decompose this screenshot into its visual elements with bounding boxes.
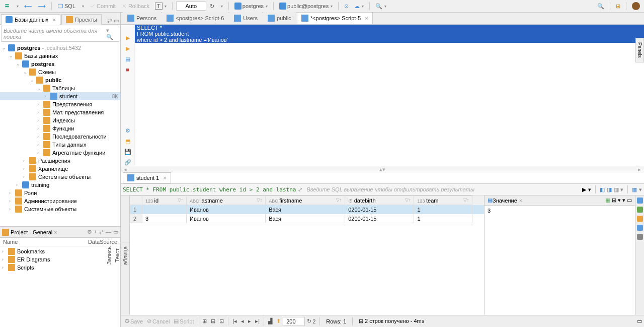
- panel-a-icon[interactable]: ◧: [600, 186, 605, 193]
- apply-filter-icon[interactable]: ▶: [582, 186, 586, 193]
- tree-mat-views[interactable]: ›Мат. представления: [0, 108, 120, 116]
- proj-bookmarks[interactable]: ›Bookmarks: [0, 247, 120, 255]
- panel-e-icon[interactable]: ▾: [639, 186, 642, 193]
- vp-tool-a[interactable]: ▦: [605, 197, 610, 204]
- tree-connection[interactable]: ⌄postgres - localhost:5432: [0, 44, 120, 52]
- tree-storage[interactable]: ›Хранилище: [0, 165, 120, 173]
- panel-d-icon[interactable]: ▦: [632, 186, 637, 193]
- tree-db-postgres[interactable]: ⌄postgres: [0, 60, 120, 68]
- panel-icon[interactable]: [637, 225, 643, 231]
- col-team[interactable]: 123 team▽↑: [414, 196, 472, 205]
- panels-side-tab[interactable]: Panels: [635, 38, 644, 62]
- tree-sequences[interactable]: ›Последовательности: [0, 133, 120, 141]
- sql-dropdown[interactable]: [79, 3, 86, 10]
- link-icon[interactable]: ⇄: [107, 17, 112, 24]
- new-conn-button[interactable]: [2, 2, 12, 10]
- refresh-icon[interactable]: ↻ 2: [305, 317, 317, 325]
- close-icon[interactable]: ×: [365, 15, 368, 21]
- vp-tool-c[interactable]: ▾: [622, 197, 625, 204]
- close-icon[interactable]: ×: [54, 229, 57, 235]
- expand-icon[interactable]: ⤢: [298, 186, 302, 193]
- close-icon[interactable]: ×: [52, 17, 55, 23]
- script-button[interactable]: ▤ Script: [172, 317, 196, 325]
- close-icon[interactable]: ×: [163, 175, 166, 181]
- tree-admin[interactable]: ›Администрирование: [0, 197, 120, 205]
- search-icon[interactable]: 🔍: [373, 2, 388, 11]
- first-icon[interactable]: |◂: [230, 317, 239, 325]
- schema-selector[interactable]: public@postgres: [277, 2, 335, 11]
- scroll-left-icon[interactable]: ◂: [124, 166, 127, 172]
- tree-roles[interactable]: ›Роли: [0, 189, 120, 197]
- tree-sys-objects[interactable]: ›Системные объекты: [0, 173, 120, 181]
- search-input[interactable]: Введите часть имени объекта для поиска▾ …: [1, 26, 119, 42]
- table-row[interactable]: 1 Иванов Вася 0200-01-15 1: [130, 205, 484, 214]
- tree-data-types[interactable]: ›Типы данных: [0, 141, 120, 149]
- autocommit-input[interactable]: [176, 2, 206, 11]
- tree-schemas[interactable]: ⌄Схемы: [0, 68, 120, 76]
- vtab-table[interactable]: аблица: [121, 242, 129, 269]
- run-icon[interactable]: ▶: [126, 35, 130, 41]
- max-icon[interactable]: ▭: [627, 197, 632, 204]
- col-lastname[interactable]: ABC lastname▽↑: [187, 196, 266, 205]
- add-icon[interactable]: +: [94, 229, 97, 235]
- tool-a-icon[interactable]: ⊙: [342, 2, 351, 11]
- collapse-icon[interactable]: ▴▾: [379, 166, 385, 172]
- max-icon[interactable]: ▭: [637, 318, 642, 324]
- tab-persons[interactable]: Persons: [123, 12, 161, 24]
- tab-script-6[interactable]: <postgres> Script-6: [162, 12, 228, 24]
- col-rownum[interactable]: [130, 196, 142, 205]
- tree-schema-public[interactable]: ⌄public: [0, 76, 120, 84]
- link-icon[interactable]: ⇄: [99, 229, 104, 235]
- sql-editor[interactable]: SELECT * FROM public.student where id > …: [135, 25, 644, 166]
- tree-views[interactable]: ›Представления: [0, 100, 120, 108]
- tree-sys-objects2[interactable]: ›Системные объекты: [0, 205, 120, 213]
- tree-tables[interactable]: ⌄Таблицы: [0, 84, 120, 92]
- next-icon[interactable]: ▸: [246, 317, 253, 325]
- vp-tool-b[interactable]: ⊞ ▾: [612, 197, 621, 204]
- stop-icon[interactable]: ▟: [266, 317, 274, 325]
- max-icon[interactable]: ▭: [113, 229, 118, 235]
- quick-search-icon[interactable]: 🔍: [595, 2, 606, 11]
- dbeaver-icon[interactable]: [630, 1, 642, 11]
- min-icon[interactable]: —: [106, 229, 111, 235]
- col-id[interactable]: 123 id▽↑: [142, 196, 187, 205]
- last-icon[interactable]: ▸|: [253, 317, 262, 325]
- new-conn-dropdown[interactable]: [14, 3, 21, 10]
- vtab-record[interactable]: Запись: [105, 242, 113, 269]
- proj-er-diagrams[interactable]: ›ER Diagrams: [0, 255, 120, 264]
- explain-icon[interactable]: ▤: [125, 56, 130, 62]
- panel-icon[interactable]: [637, 234, 643, 240]
- gear-icon[interactable]: ⚙: [87, 229, 92, 235]
- scroll-right-icon[interactable]: ▸: [638, 166, 641, 172]
- result-tab-student[interactable]: student 1×: [123, 172, 171, 183]
- refresh-dropdown[interactable]: [218, 3, 225, 10]
- fetch-size-input[interactable]: [283, 317, 305, 326]
- stop-icon[interactable]: ■: [126, 67, 129, 73]
- filter-dropdown-icon[interactable]: ▾: [588, 186, 591, 193]
- tree-agg-funcs[interactable]: ›Агрегатные функции: [0, 149, 120, 157]
- edit-a-icon[interactable]: ⊞: [200, 317, 209, 325]
- col-datebirth[interactable]: ⏱ datebirth▽↑: [345, 196, 414, 205]
- back-button[interactable]: ⟵: [22, 2, 34, 11]
- proj-scripts[interactable]: ›Scripts: [0, 264, 120, 272]
- rollback-button[interactable]: Rollback: [119, 2, 151, 10]
- save-button[interactable]: ✪ Save: [123, 317, 145, 325]
- panel-b-icon[interactable]: ◨: [607, 186, 612, 193]
- tree-indexes[interactable]: ›Индексы: [0, 116, 120, 124]
- gear-icon[interactable]: ⚙: [125, 127, 130, 134]
- tab-public[interactable]: public: [263, 12, 296, 24]
- vtab-text[interactable]: Текст: [113, 244, 121, 267]
- export-icon[interactable]: ⬒: [125, 138, 130, 145]
- tab-script-5[interactable]: *<postgres> Script-5×: [297, 12, 373, 24]
- sql-editor-button[interactable]: SQL: [55, 2, 77, 10]
- edit-b-icon[interactable]: ⊟: [209, 317, 217, 325]
- save-icon[interactable]: 💾: [124, 149, 131, 155]
- prev-icon[interactable]: ◂: [239, 317, 246, 325]
- tree-functions[interactable]: ›Функции: [0, 124, 120, 133]
- tab-databases[interactable]: Базы данных×: [1, 14, 60, 25]
- tab-users[interactable]: Users: [229, 12, 262, 24]
- result-grid[interactable]: 123 id▽↑ ABC lastname▽↑ ABC firstname▽↑ …: [130, 195, 484, 315]
- tree-db-training[interactable]: ›training: [0, 181, 120, 189]
- close-icon[interactable]: ×: [519, 198, 522, 204]
- link-icon[interactable]: 🔗: [124, 159, 131, 166]
